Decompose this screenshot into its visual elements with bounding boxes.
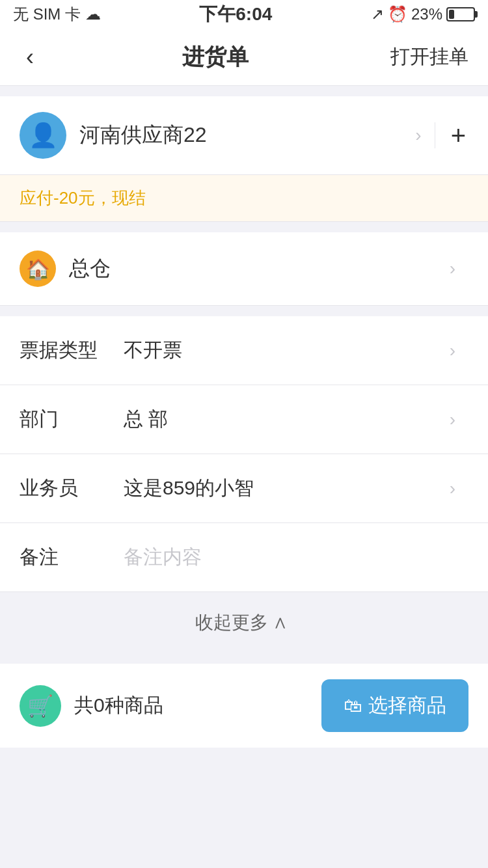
status-bar: 无 SIM 卡 ☁ 下午6:04 ↗ ⏰ 23% (0, 0, 488, 29)
status-left: 无 SIM 卡 ☁ (13, 4, 101, 25)
section-gap-2 (0, 222, 488, 232)
supplier-section: 👤 河南供应商22 › + 应付-20元，现结 (0, 96, 488, 222)
salesperson-label: 业务员 (20, 475, 111, 502)
avatar-icon: 👤 (29, 122, 58, 149)
product-count: 共0种商品 (74, 692, 308, 719)
department-chevron-icon: › (450, 409, 455, 430)
supplier-name: 河南供应商22 (79, 121, 415, 150)
status-time: 下午6:04 (199, 2, 272, 27)
battery-icon (446, 7, 475, 21)
department-value: 总 部 (111, 406, 450, 433)
warehouse-row[interactable]: 🏠 总仓 › (0, 232, 488, 306)
invoice-type-label: 票据类型 (20, 337, 111, 364)
battery-percent: 23% (411, 5, 442, 23)
vertical-divider (435, 122, 435, 148)
select-product-icon: 🛍 (344, 695, 362, 716)
alarm-icon: ⏰ (388, 5, 407, 23)
bottom-products-bar: 🛒 共0种商品 🛍 选择商品 (0, 664, 488, 748)
collapse-label: 收起更多 ∧ (195, 610, 288, 635)
signal-text: 无 SIM 卡 ☁ (13, 4, 101, 25)
status-right: ↗ ⏰ 23% (371, 5, 475, 23)
form-section: 票据类型 不开票 › 部门 总 部 › 业务员 这是859的小智 › 备注 备注… (0, 316, 488, 591)
salesperson-row[interactable]: 业务员 这是859的小智 › (0, 454, 488, 523)
remark-label: 备注 (20, 544, 111, 571)
supplier-row[interactable]: 👤 河南供应商22 › + (0, 96, 488, 175)
open-pending-button[interactable]: 打开挂单 (390, 44, 468, 70)
salesperson-chevron-icon: › (450, 478, 455, 499)
warehouse-icon-wrap: 🏠 (20, 251, 56, 287)
warehouse-icon: 🏠 (26, 258, 50, 280)
supplier-chevron-icon: › (415, 125, 421, 146)
department-label: 部门 (20, 406, 111, 433)
collapse-row[interactable]: 收起更多 ∧ (0, 591, 488, 653)
section-gap-1 (0, 86, 488, 96)
back-button[interactable]: ‹ (20, 37, 40, 77)
invoice-type-row[interactable]: 票据类型 不开票 › (0, 316, 488, 385)
department-row[interactable]: 部门 总 部 › (0, 385, 488, 454)
warehouse-chevron-icon: › (450, 258, 455, 279)
nav-bar: ‹ 进货单 打开挂单 (0, 29, 488, 86)
product-icon: 🛒 (27, 694, 53, 718)
supplier-avatar: 👤 (20, 112, 66, 159)
select-product-label: 选择商品 (368, 692, 446, 719)
supplier-notice: 应付-20元，现结 (0, 175, 488, 222)
remark-row[interactable]: 备注 备注内容 (0, 523, 488, 591)
remark-input[interactable]: 备注内容 (111, 544, 468, 571)
product-icon-wrap: 🛒 (20, 685, 61, 727)
invoice-type-chevron-icon: › (450, 340, 455, 361)
add-supplier-button[interactable]: + (448, 121, 468, 150)
page-title: 进货单 (182, 42, 249, 72)
warehouse-name: 总仓 (69, 254, 450, 283)
invoice-type-value: 不开票 (111, 337, 450, 364)
salesperson-value: 这是859的小智 (111, 475, 450, 502)
location-icon: ↗ (371, 5, 384, 23)
select-product-button[interactable]: 🛍 选择商品 (321, 679, 468, 732)
